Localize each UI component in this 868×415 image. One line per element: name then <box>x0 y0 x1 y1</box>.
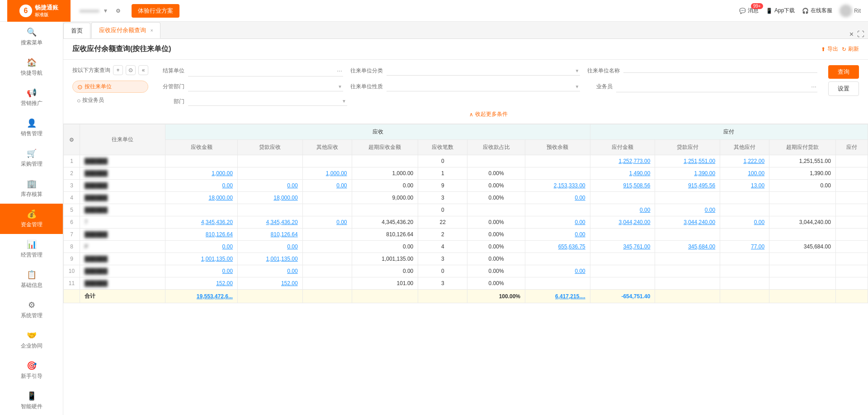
sidebar-item-marketing[interactable]: 📢 营销推广 <box>0 82 63 113</box>
sidebar-item-purchase[interactable]: 🛒 采购管理 <box>0 143 63 173</box>
th-yr-count: 应收笔数 <box>418 140 467 155</box>
sub-filter-by-partner[interactable]: ⊙ 按往来单位 <box>72 81 148 93</box>
sidebar-item-basic-info[interactable]: 📋 基础信息 <box>0 264 63 295</box>
total-yp-amount[interactable]: -654,751.40 <box>590 290 655 303</box>
sidebar-item-sales[interactable]: 👤 销售管理 <box>0 113 63 143</box>
sidebar-item-enterprise-coop[interactable]: 🤝 企业协同 <box>0 325 63 355</box>
filter-settings-icon[interactable]: ⊙ <box>126 65 136 75</box>
sidebar-item-operations[interactable]: 📊 经营管理 <box>0 234 63 264</box>
tab-home[interactable]: 首页 <box>63 23 90 38</box>
table-container: ⚙ 往来单位 应收 应付 应收金额 贷款应收 其他应收 <box>63 124 868 415</box>
content-area: 首页 应收应付余额查询 × × ⛶ 应收应付余额查询(按往来单位) <box>63 22 868 415</box>
user-name: Rit <box>854 8 861 14</box>
sales-icon: 👤 <box>27 118 37 128</box>
sidebar-label-sales: 销售管理 <box>21 130 42 138</box>
th-yr-overdue: 超期应收金额 <box>352 140 418 155</box>
total-yr-ratio: 100.00% <box>467 290 525 303</box>
operations-icon: 📊 <box>27 239 37 249</box>
page-actions: ⬆ 导出 ↻ 刷新 <box>821 45 859 53</box>
enterprise-coop-icon: 🤝 <box>27 330 37 340</box>
logo: 6 畅捷通账 标准版 <box>7 0 71 22</box>
filter-settlement-input[interactable]: ··· <box>188 65 343 76</box>
filter-add-button[interactable]: + <box>113 65 123 75</box>
tab-home-label: 首页 <box>71 27 83 34</box>
sidebar-item-smart-hw[interactable]: 📱 智能硬件 <box>0 386 63 415</box>
beginner-icon: 🎯 <box>27 361 37 371</box>
sidebar-item-system[interactable]: ⚙ 系统管理 <box>0 295 63 325</box>
th-yr-other: 其他应收 <box>302 140 352 155</box>
export-button[interactable]: ⬆ 导出 <box>821 45 838 53</box>
search-icon: 🔍 <box>27 27 37 37</box>
table-row: 3 ██████ 0.00 0.00 0.00 0.00 9 0.00% 2,1… <box>64 180 868 192</box>
table-row: 8 P 0.00 0.00 0.00 4 0.00% 655,636.75 34… <box>64 241 868 253</box>
avatar <box>840 5 852 17</box>
notification-item[interactable]: 💬 消息 99+ <box>739 7 759 14</box>
tab-close-icon[interactable]: × <box>151 28 153 33</box>
total-yr-amount[interactable]: 19,553,472,6... <box>165 290 238 303</box>
filter-dots-1[interactable]: ··· <box>337 67 342 74</box>
purchase-icon: 🛒 <box>27 148 37 158</box>
filter-partner-nature-select[interactable]: ▼ <box>387 82 580 91</box>
th-settings[interactable]: ⚙ <box>64 124 80 155</box>
sidebar-item-finance[interactable]: 💰 资金管理 <box>0 204 63 234</box>
breadcrumb-arrow[interactable]: ▼ <box>103 8 108 14</box>
filter-dept-select[interactable]: ▼ <box>188 82 343 91</box>
filter-row-3: 部门 ▼ <box>156 97 821 106</box>
filter-dots-2[interactable]: ··· <box>811 83 816 90</box>
settings-button[interactable]: 设置 <box>828 81 859 96</box>
online-service-icon: 🎧 <box>802 8 809 14</box>
notification-icon: 💬 <box>739 8 746 14</box>
smart-hw-icon: 📱 <box>27 391 37 401</box>
total-label-cell: 合计 <box>80 290 165 303</box>
top-bar: 6 畅捷通账 标准版 ●●●●●● ▼ ⚙ 体验行业方案 💬 消息 99+ 📱 … <box>0 0 868 22</box>
logo-text: 畅捷通账 <box>35 4 58 12</box>
breadcrumb-text: ●●●●●● <box>80 8 99 14</box>
sidebar-label-coop: 企业协同 <box>21 342 42 350</box>
th-yr-loan: 贷款应收 <box>237 140 302 155</box>
tab-query[interactable]: 应收应付余额查询 × <box>91 22 160 38</box>
table-row: 6 7 4,345,436.20 4,345,436.20 0.00 4,345… <box>64 216 868 229</box>
query-button[interactable]: 查询 <box>828 65 859 79</box>
total-yr-prepay[interactable]: 6,417,215.... <box>525 290 590 303</box>
table-row: 1 ██████ 0 1,252,773.00 1,251,551.00 1,2… <box>64 155 868 167</box>
logo-icon: 6 <box>19 5 32 17</box>
refresh-button[interactable]: ↻ 刷新 <box>842 45 859 53</box>
filter-label-salesman: 业务员 <box>587 83 616 91</box>
filter-partner-name-input[interactable] <box>623 69 817 73</box>
filter-partner-type-select[interactable]: ▼ <box>387 67 580 76</box>
basic-info-icon: 📋 <box>27 270 37 280</box>
filter-main-row: 按以下方案查询 + ⊙ « ⊙ 按往来单位 <box>72 65 859 118</box>
filter-label-department: 部门 <box>159 98 188 105</box>
th-yr-ratio: 应收款占比 <box>467 140 525 155</box>
finance-icon: 💰 <box>27 209 37 219</box>
sub-filter-by-staff[interactable]: ○ 按业务员 <box>72 95 148 106</box>
window-close-icon[interactable]: × <box>849 30 854 38</box>
page-content: 应收应付余额查询(按往来单位) ⬆ 导出 ↻ 刷新 <box>63 39 868 415</box>
sidebar-item-search-menu[interactable]: 🔍 搜索菜单 <box>0 22 63 52</box>
app-download-icon: 📱 <box>766 8 773 14</box>
chevron-down-icon-2: ▼ <box>338 84 342 89</box>
filter-salesman-input[interactable]: ··· <box>616 81 817 92</box>
logo-sub: 标准版 <box>35 12 58 18</box>
sidebar-label-finance: 资金管理 <box>21 221 42 229</box>
online-service-label: 在线客服 <box>811 7 832 14</box>
filter-department-select[interactable]: ▼ <box>188 97 347 106</box>
filter-collapse-icon[interactable]: « <box>138 65 148 75</box>
online-service-item[interactable]: 🎧 在线客服 <box>802 7 832 14</box>
tab-query-label: 应收应付余额查询 <box>99 27 146 33</box>
breadcrumb-area: ●●●●●● ▼ ⚙ 体验行业方案 <box>80 4 739 18</box>
topbar-settings-icon[interactable]: ⚙ <box>112 5 124 17</box>
sidebar-item-beginner[interactable]: 🎯 新手引导 <box>0 355 63 386</box>
sidebar-label-beginner: 新手引导 <box>21 372 42 380</box>
app-download-item[interactable]: 📱 App下载 <box>766 7 795 14</box>
table-row: 5 ██████ 0 0.00 0.00 <box>64 204 868 216</box>
home-icon: 🏠 <box>27 57 37 67</box>
collapse-more-button[interactable]: ∧ 收起更多条件 <box>156 110 821 118</box>
sidebar-item-inventory[interactable]: 🏢 库存核算 <box>0 173 63 204</box>
th-yr-amount: 应收金额 <box>165 140 238 155</box>
window-expand-icon[interactable]: ⛶ <box>857 30 864 38</box>
page-header: 应收应付余额查询(按往来单位) ⬆ 导出 ↻ 刷新 <box>63 39 868 60</box>
user-area[interactable]: Rit <box>840 5 861 17</box>
sidebar-item-quick-nav[interactable]: 🏠 快捷导航 <box>0 52 63 82</box>
industry-button[interactable]: 体验行业方案 <box>132 4 179 18</box>
